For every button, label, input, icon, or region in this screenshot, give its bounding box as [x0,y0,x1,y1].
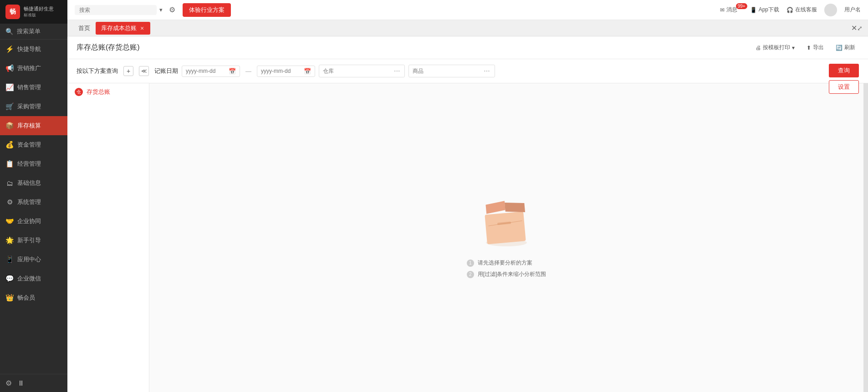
svg-marker-2 [485,201,505,214]
refresh-button[interactable]: 🔄 刷新 [832,42,859,53]
panel-close-button[interactable]: ✕ [851,24,857,32]
service-icon: 🎧 [786,7,793,13]
warehouse-field: ··· [319,65,405,77]
sidebar-item-operations[interactable]: 📋 经营管理 [0,154,67,173]
tab-inventory-ledger[interactable]: 库存成本总账 × [96,22,150,35]
sidebar-logo: 畅 畅捷通好生意 标准版 [0,0,67,24]
print-icon: 🖨 [756,45,761,51]
main-area: ▾ ⚙ 体验行业方案 ✉ 消息 99+ 📱 App下载 🎧 在线客服 用户名 首… [67,0,868,392]
sidebar-item-shortcut[interactable]: ⚡ 快捷导航 [0,40,67,59]
cooperation-icon: 🤝 [5,217,14,225]
operations-icon: 📋 [5,160,14,168]
industry-button[interactable]: 体验行业方案 [183,3,231,17]
sidebar-item-apps[interactable]: 📱 应用中心 [0,250,67,269]
filter-add-button[interactable]: + [123,66,133,76]
calendar-end-icon[interactable]: 📅 [304,68,311,75]
calendar-start-icon[interactable]: 📅 [229,68,236,75]
sidebar-item-cooperation[interactable]: 🤝 企业协同 [0,212,67,231]
goods-more-button[interactable]: ··· [483,67,490,75]
date-end-input[interactable] [261,68,302,74]
sidebar-item-vip[interactable]: 👑 畅会员 [0,288,67,307]
settings-button[interactable]: 设置 [829,80,859,94]
nav-label: 应用中心 [17,255,41,264]
print-button[interactable]: 🖨 按模板打印 ▾ [752,42,798,53]
date-separator: — [245,68,251,75]
date-end-wrap: 📅 [257,66,315,77]
sales-icon: 📈 [5,83,14,92]
message-button[interactable]: ✉ 消息 99+ [720,6,743,14]
sidebar-search[interactable]: 🔍 搜索菜单 [0,24,67,40]
apps-icon: 📱 [5,255,14,264]
header-dropdown-button[interactable]: ▾ [157,5,165,15]
left-panel: 仓 存货总账 [67,83,149,392]
data-area: 1 请先选择要分析的方案 2 用[过滤]条件来缩小分析范围 [149,83,863,392]
header-search-input[interactable] [79,7,134,13]
goods-input[interactable] [413,68,481,74]
shortcut-icon: ⚡ [5,45,14,53]
marketing-icon: 📢 [5,64,14,72]
tab-close-button[interactable]: × [139,25,145,32]
date-start-input[interactable] [186,68,227,74]
warehouse-input[interactable] [323,68,391,74]
nav-label: 基础信息 [17,179,41,187]
header-search-box [75,5,157,15]
goods-field: ··· [408,65,495,77]
plan-item-inventory[interactable]: 仓 存货总账 [67,83,149,101]
collapse-footer-icon[interactable]: ⏸ [17,379,25,387]
plan-item-label: 存货总账 [87,88,110,96]
system-icon: ⚙ [5,198,14,206]
export-button[interactable]: ⬆ 导出 [803,42,827,53]
nav-label: 企业协同 [17,217,41,225]
filter-area: 按以下方案查询 + ≪ 记账日期 📅 — 📅 ··· [67,59,868,83]
hint-text-1: 请先选择要分析的方案 [478,259,532,267]
online-service-label: 在线客服 [795,6,817,14]
print-dropdown-icon: ▾ [792,45,795,51]
nav-label: 企业微信 [17,275,41,283]
sidebar-item-inventory[interactable]: 📦 库存核算 [0,116,67,135]
sidebar-item-marketing[interactable]: 📢 营销推广 [0,59,67,78]
sidebar: 畅 畅捷通好生意 标准版 🔍 搜索菜单 ⚡ 快捷导航 📢 营销推广 📈 销售管理… [0,0,67,392]
nav-label: 资金管理 [17,141,41,149]
filter-row: 记账日期 📅 — 📅 ··· ··· [154,65,859,77]
message-label: 消息 [726,6,737,14]
sidebar-item-system[interactable]: ⚙ 系统管理 [0,193,67,212]
sidebar-item-sales[interactable]: 📈 销售管理 [0,78,67,97]
phone-icon: 📱 [750,7,757,13]
settings-footer-icon[interactable]: ⚙ [5,379,12,387]
search-icon: 🔍 [5,28,13,35]
logo-icon: 畅 [5,5,20,19]
warehouse-more-button[interactable]: ··· [393,67,401,75]
hint-number-1: 1 [467,260,474,267]
right-mini-panel[interactable] [863,83,868,392]
query-button[interactable]: 查询 [829,64,859,77]
header-actions: ✉ 消息 99+ 📱 App下载 🎧 在线客服 用户名 [720,4,861,16]
nav-label: 采购管理 [17,102,41,111]
date-label: 记账日期 [154,67,178,75]
nav-label: 系统管理 [17,198,41,206]
nav-label: 畅会员 [17,294,35,302]
title-actions: 🖨 按模板打印 ▾ ⬆ 导出 🔄 刷新 [752,42,859,53]
wecom-icon: 💬 [5,275,14,283]
header-gear-button[interactable]: ⚙ [165,4,179,16]
user-avatar[interactable] [824,4,837,16]
nav-label: 销售管理 [17,83,41,92]
sidebar-item-basic[interactable]: 🗂 基础信息 [0,173,67,193]
sidebar-nav: ⚡ 快捷导航 📢 营销推广 📈 销售管理 🛒 采购管理 📦 库存核算 💰 资金管… [0,40,67,374]
nav-label: 库存核算 [17,122,41,130]
page-title-bar: 库存总账(存货总账) 🖨 按模板打印 ▾ ⬆ 导出 🔄 刷新 [67,36,868,59]
logo-badge: 标准版 [24,12,54,18]
online-service-button[interactable]: 🎧 在线客服 [786,6,817,14]
vip-icon: 👑 [5,294,14,302]
export-icon: ⬆ [807,45,811,51]
filter-collapse-button[interactable]: ≪ [139,66,149,76]
hint-item-1: 1 请先选择要分析的方案 [467,259,546,267]
sidebar-item-finance[interactable]: 💰 资金管理 [0,135,67,154]
sidebar-item-purchase[interactable]: 🛒 采购管理 [0,97,67,116]
tab-home[interactable]: 首页 [73,21,96,35]
svg-marker-3 [505,201,525,214]
sidebar-item-newbie[interactable]: 🌟 新手引导 [0,231,67,250]
sidebar-item-wecom[interactable]: 💬 企业微信 [0,269,67,288]
hint-text-2: 用[过滤]条件来缩小分析范围 [478,270,546,278]
panel-expand-button[interactable]: ⤢ [857,25,863,32]
app-download-button[interactable]: 📱 App下载 [750,6,779,14]
